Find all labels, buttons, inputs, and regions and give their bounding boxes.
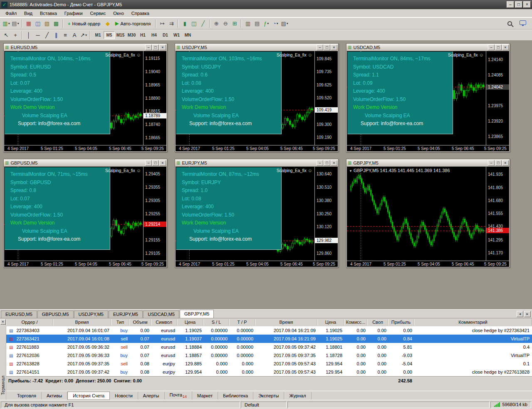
close-button[interactable]: × xyxy=(502,160,509,166)
chart-tab-eurjpy[interactable]: EURJPY,M5 xyxy=(109,310,143,318)
vertical-line-icon[interactable]: │ xyxy=(24,31,33,40)
close-button[interactable]: × xyxy=(331,160,337,166)
minimize-button[interactable]: – xyxy=(488,44,495,50)
line-chart-icon[interactable]: ╱ xyxy=(198,19,208,28)
tab-scroll-right-icon[interactable]: ► xyxy=(524,311,531,317)
timeframe-h4[interactable]: H4 xyxy=(148,31,160,39)
terminal-tab-journal[interactable]: Журнал xyxy=(284,392,311,399)
title-bar[interactable]: ✓ 1568885: Activtrades-Demo - Демо Счет … xyxy=(0,0,532,9)
chart-shift-icon[interactable]: ↦ xyxy=(158,19,167,28)
tile-windows-icon[interactable]: ⊞ xyxy=(230,19,239,28)
menu-insert[interactable]: Вставка xyxy=(36,10,61,17)
new-chart-icon[interactable]: ▥▾ xyxy=(2,19,11,28)
timeframe-m15[interactable]: M15 xyxy=(115,31,126,39)
maximize-button[interactable]: □ xyxy=(495,44,502,50)
close-button[interactable]: × xyxy=(331,44,337,50)
text-icon[interactable]: A xyxy=(70,31,79,40)
history-row-227611883[interactable]: ▤2276118832017.09.05 09:36:32sell0.07eur… xyxy=(6,343,532,351)
cursor-icon[interactable]: ↖ xyxy=(2,31,11,40)
zoom-out-icon[interactable]: ⊖ xyxy=(221,19,230,28)
column-header-1[interactable]: Время xyxy=(53,319,111,325)
column-header-2[interactable]: Тип xyxy=(111,319,129,325)
autotrade-button[interactable]: ▶Авто-торговля xyxy=(112,20,153,27)
history-row-227363421[interactable]: ▤2273634212017.09.04 16:01:08sell0.07eur… xyxy=(6,335,532,343)
minimize-button[interactable]: – xyxy=(317,44,323,50)
timeframe-m5[interactable]: M5 xyxy=(104,31,115,39)
timeframe-m1[interactable]: M1 xyxy=(92,31,104,39)
minimize-button[interactable]: – xyxy=(145,44,152,50)
dropdown-arrow-icon[interactable]: ▾ xyxy=(85,33,87,37)
close-button[interactable]: × xyxy=(159,44,166,50)
column-header-7[interactable]: T / P xyxy=(229,319,255,325)
timeframe-h1[interactable]: H1 xyxy=(137,31,148,39)
close-button[interactable]: × xyxy=(159,160,166,166)
column-header-4[interactable]: Символ xyxy=(151,319,177,325)
chart-title-bar-usdcad[interactable]: ▥USDCAD,M5–□× xyxy=(346,44,510,51)
column-header-5[interactable]: Цена xyxy=(177,319,203,325)
dropdown-arrow-icon[interactable]: ▾ xyxy=(267,22,269,25)
chart-tab-gbpjpy[interactable]: GBPJPY,M5 xyxy=(180,310,214,318)
history-row-227612036[interactable]: ▤2276120362017.09.05 09:36:33buy0.07euru… xyxy=(6,351,532,360)
data-window-icon[interactable]: ◫ xyxy=(33,19,42,28)
terminal-tab-experts[interactable]: Эксперты xyxy=(253,392,284,399)
chart-title-bar-eurusd[interactable]: ▥EURUSD,M5–□× xyxy=(4,44,167,51)
column-header-11[interactable]: Своп xyxy=(367,319,388,325)
navigator-icon[interactable]: ▧ xyxy=(42,19,52,28)
column-header-8[interactable]: Время xyxy=(255,319,317,325)
maximize-button[interactable]: □ xyxy=(152,44,159,50)
menu-window[interactable]: Окно xyxy=(109,10,128,17)
fibonacci-icon[interactable]: ≡ xyxy=(61,31,70,40)
column-header-3[interactable]: Объем xyxy=(129,319,151,325)
menu-view[interactable]: Вид xyxy=(20,10,36,17)
chart-tab-eurusd[interactable]: EURUSD,M5 xyxy=(1,310,37,318)
close-button[interactable]: × xyxy=(523,1,531,8)
arrange-horizontal-icon[interactable]: ▥ xyxy=(243,19,252,28)
chart-tab-gbpusd[interactable]: GBPUSD,M5 xyxy=(37,310,74,318)
minimize-button[interactable]: – xyxy=(507,1,514,8)
chart-title-bar-usdjpy[interactable]: ▥USDJPY,M5–□× xyxy=(175,44,338,51)
candles-icon[interactable]: ◫ xyxy=(189,19,198,28)
terminal-tab-mailbox[interactable]: Почта14 xyxy=(165,391,193,400)
crosshair-icon[interactable]: + xyxy=(11,31,20,40)
history-row-227363403[interactable]: ▤2273634032017.09.04 16:01:07buy0.00euru… xyxy=(6,326,532,335)
chart-title-bar-gbpjpy[interactable]: ▥GBPJPY,M5–□× xyxy=(346,159,510,167)
minimize-button[interactable]: – xyxy=(317,160,323,166)
minimize-button[interactable]: – xyxy=(488,160,495,166)
column-header-10[interactable]: Комисс... xyxy=(344,319,367,325)
maximize-button[interactable]: □ xyxy=(495,160,502,166)
menu-help[interactable]: Справка xyxy=(128,10,153,17)
terminal-tab-account-history[interactable]: История Счета xyxy=(67,392,110,400)
metaeditor-icon[interactable]: ◆ xyxy=(103,19,112,28)
new-order-button[interactable]: +Новый ордер xyxy=(65,20,103,27)
indicators-icon[interactable]: ƒ▾ xyxy=(262,19,271,28)
terminal-tab-trade[interactable]: Торговля xyxy=(12,392,42,399)
column-header-6[interactable]: S / L xyxy=(203,319,229,325)
market-watch-icon[interactable]: ▦ xyxy=(24,19,33,28)
menu-charts[interactable]: Графики xyxy=(61,10,87,17)
column-header-12[interactable]: Прибыль xyxy=(388,319,414,325)
tab-scroll-left-icon[interactable]: ◄ xyxy=(517,311,523,317)
terminal-tab-library[interactable]: Библиотека xyxy=(218,392,253,399)
column-header-13[interactable]: Комментарий xyxy=(414,319,532,325)
chart-tab-usdjpy[interactable]: USDJPY,M5 xyxy=(74,310,108,318)
arrange-vertical-icon[interactable]: ▤ xyxy=(252,19,262,28)
menu-file[interactable]: Файл xyxy=(2,10,20,17)
chart-plot-usdjpy[interactable]: TerminalMonitor ON, 103ms, ~16msSymbol: … xyxy=(176,51,314,145)
terminal-close-icon[interactable]: × xyxy=(0,319,6,325)
history-row-227614151[interactable]: ▤2276141512017.09.05 09:37:42buy0.08eurj… xyxy=(6,368,532,376)
menu-tools[interactable]: Сервис xyxy=(87,10,110,17)
channel-icon[interactable]: ∥ xyxy=(52,31,61,40)
terminal-tab-market[interactable]: Маркет xyxy=(192,392,218,399)
history-row-227613828[interactable]: ▤2276138282017.09.05 09:37:35sell0.08eur… xyxy=(6,360,532,368)
chart-plot-gbpjpy[interactable]: ▼GBPJPY,M5 141.435 141.445 141.369 141.3… xyxy=(347,167,486,261)
timeframe-d1[interactable]: D1 xyxy=(160,31,171,39)
status-profile[interactable]: Default xyxy=(241,402,287,408)
maximize-button[interactable]: □ xyxy=(152,160,159,166)
trendline-icon[interactable]: ╱ xyxy=(42,31,52,40)
dropdown-arrow-icon[interactable]: ▾ xyxy=(287,22,288,25)
timeframe-w1[interactable]: W1 xyxy=(171,31,182,39)
profiles-icon[interactable]: ▤▾ xyxy=(11,19,20,28)
arrows-icon[interactable]: ↗▾ xyxy=(79,31,88,40)
timeframe-m30[interactable]: M30 xyxy=(126,31,137,39)
minimize-button[interactable]: – xyxy=(145,160,152,166)
